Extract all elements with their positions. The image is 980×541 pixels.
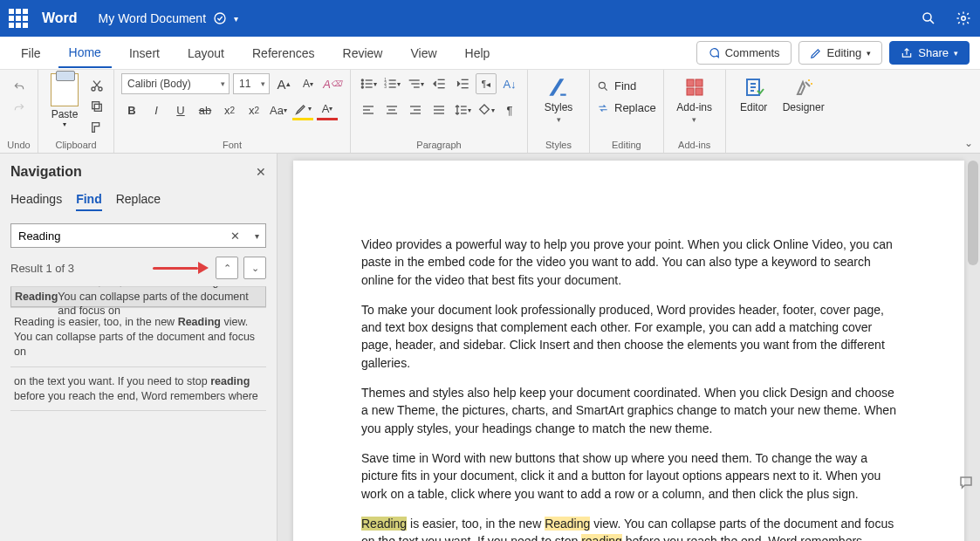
chevron-down-icon: ▾: [692, 115, 696, 124]
copy-button[interactable]: [87, 98, 106, 115]
align-center-button[interactable]: [381, 99, 402, 120]
redo-button[interactable]: [10, 99, 29, 117]
font-size-select[interactable]: 11▾: [233, 73, 270, 94]
share-icon: [901, 47, 913, 59]
superscript-button[interactable]: x2: [243, 99, 264, 120]
shrink-font-button[interactable]: A▾: [298, 73, 319, 94]
find-button[interactable]: Find: [597, 79, 636, 92]
app-launcher-icon[interactable]: [9, 9, 28, 28]
svg-point-3: [962, 17, 966, 21]
underline-button[interactable]: U: [170, 99, 191, 120]
undo-button[interactable]: [10, 79, 29, 96]
paste-button[interactable]: Paste ▾: [45, 73, 84, 128]
numbering-button[interactable]: 123▾: [381, 73, 402, 94]
search-icon[interactable]: [921, 10, 936, 26]
find-label: Find: [614, 79, 636, 92]
editor-button[interactable]: Editor: [733, 73, 775, 113]
tab-review[interactable]: Review: [332, 39, 394, 67]
add-comment-button[interactable]: [957, 475, 975, 490]
multilevel-list-button[interactable]: ▾: [405, 73, 426, 94]
font-color-button[interactable]: A▾: [317, 99, 338, 120]
paste-label: Paste: [51, 108, 79, 120]
page: Video provides a powerful way to help yo…: [293, 161, 964, 541]
paragraph[interactable]: Reading is easier, too, in the new Readi…: [361, 515, 896, 541]
paragraph[interactable]: Video provides a powerful way to help yo…: [361, 236, 896, 289]
document-title[interactable]: My Word Document ▾: [99, 11, 238, 25]
cut-button[interactable]: [87, 77, 106, 94]
bullets-button[interactable]: ▾: [358, 73, 379, 94]
align-left-button[interactable]: [358, 99, 379, 120]
format-painter-button[interactable]: [87, 119, 106, 136]
paragraph[interactable]: To make your document look professionall…: [361, 301, 896, 372]
tab-references[interactable]: References: [242, 39, 326, 67]
font-name-select[interactable]: Calibri (Body)▾: [121, 73, 230, 94]
group-label-blank: [733, 138, 829, 153]
line-spacing-button[interactable]: ▾: [452, 99, 473, 120]
clear-search-button[interactable]: ✕: [230, 229, 240, 243]
tab-home[interactable]: Home: [58, 38, 112, 68]
previous-result-button[interactable]: ⌃: [216, 257, 238, 279]
text-direction-button[interactable]: ¶◂: [476, 73, 497, 94]
search-result-item[interactable]: Reading is easier, too, in the new Readi…: [10, 286, 266, 307]
svg-point-0: [215, 13, 225, 24]
paragraph[interactable]: Save time in Word with new buttons that …: [361, 449, 896, 503]
next-result-button[interactable]: ⌄: [243, 257, 266, 279]
comments-button[interactable]: Comments: [696, 41, 792, 65]
addins-button[interactable]: Add-ins ▾: [671, 73, 718, 124]
italic-button[interactable]: I: [146, 99, 167, 120]
navigation-pane: Navigation ✕ Headings Find Replace ✕ ▾ R…: [0, 154, 278, 541]
editing-mode-button[interactable]: Editing ▾: [798, 41, 883, 65]
sort-button[interactable]: A↓: [499, 73, 520, 94]
search-options-button[interactable]: ▾: [255, 231, 259, 241]
decrease-indent-button[interactable]: [428, 73, 449, 94]
replace-icon: [597, 102, 609, 114]
search-input[interactable]: [10, 223, 266, 248]
justify-button[interactable]: [428, 99, 449, 120]
subscript-button[interactable]: x2: [219, 99, 240, 120]
svg-point-51: [808, 79, 810, 81]
title-bar: Word My Word Document ▾: [0, 0, 980, 37]
tab-help[interactable]: Help: [455, 39, 501, 67]
increase-indent-button[interactable]: [452, 73, 473, 94]
designer-button[interactable]: Designer: [778, 73, 829, 113]
clear-formatting-button[interactable]: A⌫: [322, 73, 343, 94]
vertical-scrollbar[interactable]: [968, 161, 978, 265]
svg-text:3: 3: [384, 85, 387, 89]
strikethrough-button[interactable]: ab: [195, 99, 216, 120]
chevron-down-icon: ▾: [234, 14, 238, 24]
nav-tab-headings[interactable]: Headings: [10, 192, 62, 211]
nav-tab-find[interactable]: Find: [76, 192, 102, 211]
highlight-color-button[interactable]: ▾: [292, 99, 313, 120]
show-marks-button[interactable]: ¶: [499, 99, 520, 120]
nav-tab-replace[interactable]: Replace: [116, 192, 161, 211]
collapse-ribbon-button[interactable]: ⌄: [964, 137, 973, 149]
paste-icon: [51, 73, 79, 106]
styles-button[interactable]: Styles ▾: [535, 73, 582, 124]
replace-button[interactable]: Replace: [597, 101, 656, 114]
align-right-button[interactable]: [405, 99, 426, 120]
change-case-button[interactable]: Aa▾: [268, 99, 289, 120]
replace-label: Replace: [614, 101, 656, 114]
designer-label: Designer: [783, 101, 825, 113]
svg-rect-46: [687, 79, 694, 86]
share-button[interactable]: Share ▾: [889, 41, 970, 65]
grow-font-button[interactable]: A▴: [273, 73, 294, 94]
search-result-item[interactable]: on the text you want. If you need to sto…: [10, 366, 266, 412]
styles-icon: [545, 75, 572, 99]
bold-button[interactable]: B: [121, 99, 142, 120]
paragraph[interactable]: Themes and styles also help keep your do…: [361, 384, 896, 437]
settings-gear-icon[interactable]: [956, 10, 971, 26]
text: is easier, too, in the new: [407, 517, 545, 531]
document-canvas[interactable]: Video provides a powerful way to help yo…: [278, 154, 980, 541]
shading-button[interactable]: ▾: [476, 99, 497, 120]
document-title-text: My Word Document: [99, 11, 206, 25]
close-navigation-button[interactable]: ✕: [256, 165, 266, 179]
tab-file[interactable]: File: [10, 39, 51, 67]
tab-insert[interactable]: Insert: [119, 39, 170, 67]
chevron-down-icon: ▾: [954, 49, 958, 58]
hint-arrow-icon: [153, 264, 209, 272]
tab-view[interactable]: View: [400, 39, 447, 67]
designer-icon: [791, 75, 817, 99]
svg-rect-7: [93, 102, 99, 109]
tab-layout[interactable]: Layout: [177, 39, 235, 67]
